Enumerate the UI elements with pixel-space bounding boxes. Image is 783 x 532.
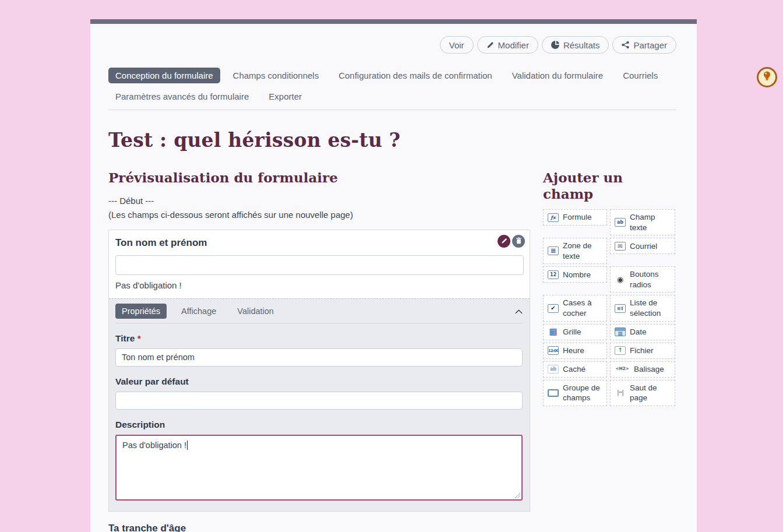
share-button[interactable]: Partager: [612, 36, 676, 54]
add-checkboxes-button[interactable]: Cases à cocher: [543, 295, 607, 321]
description-textarea[interactable]: Pas d'obligation !: [115, 435, 523, 501]
chevron-up-icon: [515, 306, 523, 316]
form-start-marker: --- Début ---: [108, 196, 530, 206]
default-value-input[interactable]: [115, 392, 523, 410]
tab-display[interactable]: Affichage: [175, 304, 223, 319]
add-grid-button[interactable]: Grille: [543, 324, 607, 340]
add-number-button[interactable]: Nombre: [543, 266, 607, 283]
tabs-separator: [108, 110, 676, 110]
add-textarea-button[interactable]: Zone de texte: [543, 238, 607, 264]
select-icon: [615, 304, 626, 313]
delete-field-button[interactable]: [512, 235, 525, 248]
add-file-button[interactable]: Fichier: [610, 343, 675, 359]
file-icon: [615, 346, 626, 355]
pencil-icon: [486, 41, 494, 49]
form-builder-window: Voir Modifier Résultats Partager Concept…: [90, 19, 697, 532]
required-asterisk: *: [137, 333, 141, 343]
add-select-button[interactable]: Liste de sélection: [610, 295, 675, 321]
page-title: Test : quel hérisson es-tu ?: [108, 129, 676, 152]
grid-icon: [548, 327, 559, 336]
field-preview-input[interactable]: [115, 255, 524, 275]
radio-icon: [615, 275, 626, 284]
field-card: Ton nom et prénom Pas d'obligation !: [108, 230, 530, 512]
results-button[interactable]: Résultats: [542, 36, 609, 54]
share-button-label: Partager: [633, 40, 667, 50]
add-formula-button[interactable]: Formule: [543, 209, 607, 226]
tab-emails[interactable]: Courriels: [616, 68, 665, 83]
add-markup-button[interactable]: Balisage: [610, 361, 675, 378]
add-email-button[interactable]: Courriel: [610, 238, 675, 254]
tab-properties[interactable]: Propriétés: [115, 304, 167, 319]
field-label: Ton nom et prénom: [115, 237, 524, 249]
add-fieldset-button[interactable]: Groupe de champs: [543, 380, 607, 406]
hidden-icon: [548, 365, 559, 374]
properties-tabs: Propriétés Affichage Validation: [115, 304, 523, 319]
lightbulb-icon: [762, 71, 772, 84]
email-icon: [615, 242, 626, 251]
add-date-button[interactable]: Date: [610, 324, 675, 340]
tab-advanced-settings[interactable]: Paramètres avancés du formulaire: [108, 89, 256, 104]
description-label: Description: [115, 420, 523, 430]
edit-field-button[interactable]: [498, 235, 510, 248]
title-field-input[interactable]: [115, 348, 523, 367]
edit-button[interactable]: Modifier: [477, 36, 538, 54]
header-actions: Voir Modifier Résultats Partager: [108, 36, 676, 54]
field-preview: Ton nom et prénom Pas d'obligation !: [109, 230, 530, 298]
formula-icon: [548, 213, 559, 222]
field-properties-panel: Propriétés Affichage Validation Titre * …: [109, 298, 530, 511]
results-button-label: Résultats: [563, 40, 600, 50]
fieldset-icon: [548, 389, 559, 397]
textfield-icon: [615, 218, 626, 227]
collapse-panel-button[interactable]: [515, 306, 523, 316]
trash-icon: [516, 236, 522, 246]
number-icon: [548, 270, 559, 279]
tips-button[interactable]: [757, 67, 777, 87]
pie-chart-icon: [551, 41, 559, 49]
add-radios-button[interactable]: Boutons radios: [610, 266, 675, 293]
field-help-text: Pas d'obligation !: [115, 280, 524, 290]
view-button[interactable]: Voir: [440, 36, 474, 54]
preview-heading: Prévisualisation du formulaire: [108, 170, 530, 186]
add-time-button[interactable]: Heure: [543, 343, 607, 359]
view-button-label: Voir: [449, 40, 464, 50]
tab-validation[interactable]: Validation: [231, 304, 280, 319]
checkbox-icon: [548, 304, 559, 313]
tab-conditional-fields[interactable]: Champs conditionnels: [226, 68, 326, 83]
textarea-icon: [548, 246, 559, 255]
title-field-label: Titre *: [115, 333, 523, 344]
tab-form-validation[interactable]: Validation du formulaire: [505, 68, 610, 83]
text-cursor: [187, 441, 188, 450]
default-value-label: Valeur par défaut: [115, 376, 523, 387]
add-textfield-button[interactable]: Champ texte: [610, 209, 675, 235]
properties-tabs-separator: [115, 323, 523, 323]
add-field-heading: Ajouter un champ: [543, 170, 675, 202]
main-tabs: Conception du formulaire Champs conditio…: [108, 68, 676, 104]
field-palette: Formule Champ texte Zone de texte Courri…: [543, 209, 675, 406]
tab-export[interactable]: Exporter: [262, 89, 309, 104]
tab-confirmation-emails[interactable]: Configuration des mails de confirmation: [331, 68, 499, 83]
new-page-note: (Les champs ci-dessous seront affichés s…: [108, 210, 530, 220]
tab-form-design[interactable]: Conception du formulaire: [108, 68, 220, 83]
add-pagebreak-button[interactable]: Saut de page: [610, 380, 675, 406]
markup-icon: [615, 365, 630, 374]
add-hidden-button[interactable]: Caché: [543, 361, 607, 378]
pagebreak-icon: [615, 389, 626, 397]
pencil-icon: [501, 236, 507, 246]
edit-button-label: Modifier: [498, 40, 529, 50]
date-icon: [615, 327, 626, 336]
next-field-label: Ta tranche d'âge: [108, 523, 530, 532]
time-icon: [548, 346, 559, 355]
share-icon: [622, 41, 629, 49]
